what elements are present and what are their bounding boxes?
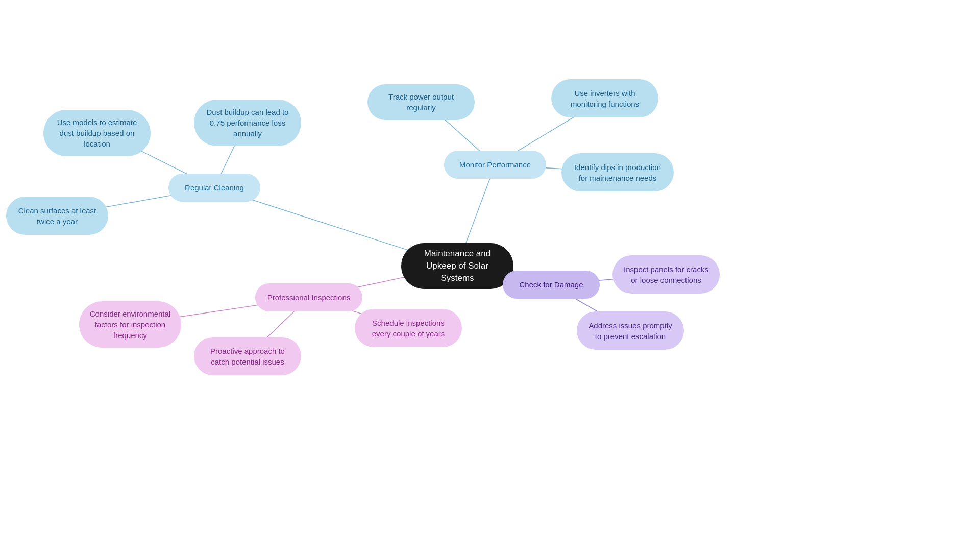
node-professional-inspections: Professional Inspections xyxy=(255,283,362,311)
node-consider-environmental: Consider environmental factors for inspe… xyxy=(79,301,181,348)
node-track-power: Track power output regularly xyxy=(368,84,475,120)
node-proactive-approach: Proactive approach to catch potential is… xyxy=(194,337,301,375)
node-inspect-panels: Inspect panels for cracks or loose conne… xyxy=(612,255,720,294)
node-regular-cleaning: Regular Cleaning xyxy=(168,174,260,202)
mind-map: Maintenance and Upkeep of Solar SystemsR… xyxy=(0,0,980,553)
node-address-issues: Address issues promptly to prevent escal… xyxy=(577,311,684,350)
node-use-inverters: Use inverters with monitoring functions xyxy=(551,79,658,117)
node-use-models: Use models to estimate dust buildup base… xyxy=(43,110,151,156)
node-clean-surfaces: Clean surfaces at least twice a year xyxy=(6,197,108,235)
node-schedule-inspections: Schedule inspections every couple of yea… xyxy=(355,309,462,347)
center-node: Maintenance and Upkeep of Solar Systems xyxy=(401,243,513,289)
node-identify-dips: Identify dips in production for maintena… xyxy=(561,153,674,191)
node-dust-buildup: Dust buildup can lead to 0.75 performanc… xyxy=(194,100,301,146)
node-check-damage: Check for Damage xyxy=(503,271,600,299)
node-monitor-performance: Monitor Performance xyxy=(444,151,546,179)
